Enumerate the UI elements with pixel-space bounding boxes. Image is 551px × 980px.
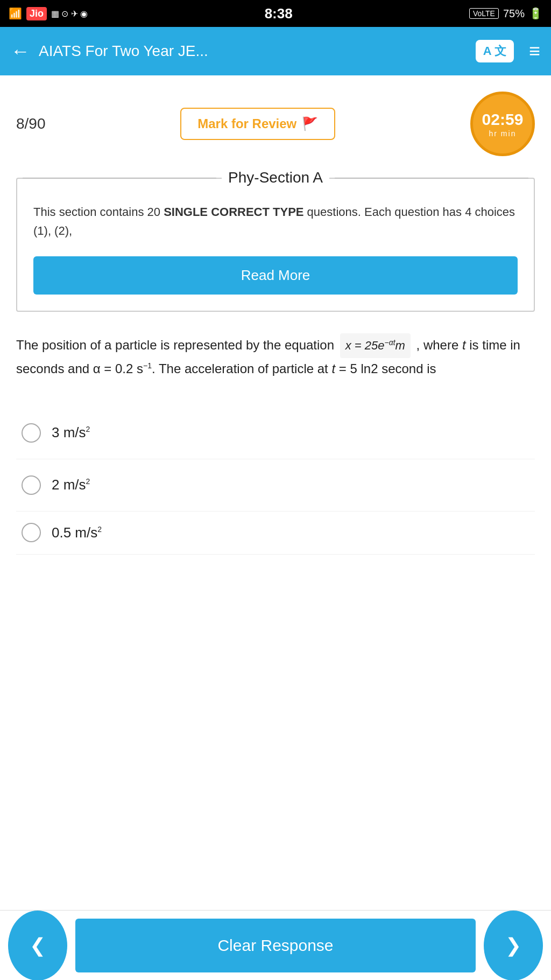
battery-icon: 🔋	[529, 7, 542, 20]
back-button[interactable]: ←	[11, 40, 30, 62]
section-box: Phy-Section A This section contains 20 S…	[16, 178, 535, 312]
carrier-label: Jio	[26, 7, 47, 20]
option-2-radio[interactable]	[22, 475, 41, 495]
section-title: Phy-Section A	[222, 169, 329, 186]
clear-response-button[interactable]: Clear Response	[75, 919, 476, 972]
read-more-button[interactable]: Read More	[33, 256, 518, 295]
option-3-radio[interactable]	[22, 523, 41, 542]
next-icon: ❯	[505, 934, 521, 957]
status-bar: 📶 Jio ▦ ⊙ ✈ ◉ 8:38 VoLTE 75% 🔋	[0, 0, 551, 27]
title-line-left	[23, 178, 216, 178]
option-3[interactable]: 0.5 m/s2	[16, 512, 535, 555]
mark-review-button[interactable]: Mark for Review 🚩	[180, 108, 335, 140]
option-1-radio[interactable]	[22, 423, 41, 443]
main-content: 8/90 Mark for Review 🚩 02:59 hr min Phy-…	[0, 75, 551, 641]
translate-label: A 文	[483, 43, 506, 59]
option-2-label: 2 m/s2	[52, 477, 90, 493]
question-text-before: The position of a particle is represente…	[16, 338, 338, 352]
status-left: 📶 Jio ▦ ⊙ ✈ ◉	[9, 7, 88, 20]
clock: 8:38	[265, 5, 293, 22]
option-2[interactable]: 2 m/s2	[16, 459, 535, 512]
menu-button[interactable]: ≡	[529, 40, 540, 62]
translate-button[interactable]: A 文	[476, 40, 514, 62]
equation: x = 25e−αtm	[340, 333, 411, 358]
section-description: This section contains 20 SINGLE CORRECT …	[33, 202, 518, 240]
sim-icons: ▦ ⊙ ✈ ◉	[51, 9, 88, 19]
prev-icon: ❮	[30, 934, 46, 957]
options-list: 3 m/s2 2 m/s2 0.5 m/s2	[16, 407, 535, 555]
flag-icon: 🚩	[302, 116, 318, 131]
option-1-label: 3 m/s2	[52, 424, 90, 441]
app-header: ← AIATS For Two Year JE... A 文 ≡	[0, 27, 551, 75]
timer-label: hr min	[489, 129, 517, 138]
mark-review-label: Mark for Review	[197, 116, 296, 131]
prev-button[interactable]: ❮	[8, 911, 67, 981]
battery-label: 75%	[503, 8, 525, 20]
signal-icon: 📶	[9, 7, 22, 20]
bottom-bar: ❮ Clear Response ❯	[0, 910, 551, 980]
timer-display: 02:59	[482, 110, 524, 128]
status-right: VoLTE 75% 🔋	[469, 7, 542, 20]
next-button[interactable]: ❯	[484, 911, 543, 981]
title-line-right	[335, 178, 528, 178]
question-text: The position of a particle is represente…	[16, 333, 535, 380]
question-top-row: 8/90 Mark for Review 🚩 02:59 hr min	[16, 92, 535, 156]
option-3-label: 0.5 m/s2	[52, 524, 102, 541]
section-title-wrapper: Phy-Section A	[17, 169, 534, 186]
header-title: AIATS For Two Year JE...	[39, 43, 467, 60]
timer: 02:59 hr min	[470, 92, 535, 156]
section-body: This section contains 20 SINGLE CORRECT …	[17, 186, 534, 311]
option-1[interactable]: 3 m/s2	[16, 407, 535, 459]
question-counter: 8/90	[16, 115, 46, 132]
volte-badge: VoLTE	[469, 8, 499, 19]
